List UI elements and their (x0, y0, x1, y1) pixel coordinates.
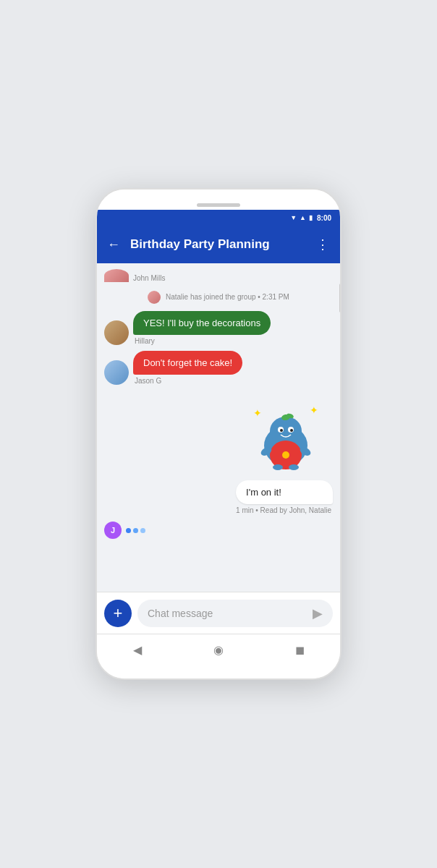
incoming-message-group: YES! I'll buy the decorations Hillary (104, 311, 333, 345)
chat-area: John Mills Natalie has joined the group … (97, 263, 340, 592)
typing-dot-3 (140, 528, 145, 533)
svg-point-6 (280, 429, 283, 432)
status-bar: ▼ ▲ ▮ 8:00 (97, 210, 340, 226)
outgoing-message-bubble: I'm on it! (236, 480, 333, 504)
volume-button (339, 284, 341, 312)
more-options-button[interactable]: ⋮ (312, 232, 334, 257)
typing-avatar-initial: J (111, 526, 115, 535)
typing-dots (126, 528, 145, 533)
time-display: 8:00 (317, 214, 331, 222)
bottom-bezel (97, 665, 340, 678)
hillary-message-bubble: YES! I'll buy the decorations (133, 311, 271, 335)
hillary-sender-name: Hillary (135, 337, 271, 345)
nav-recent-button[interactable]: ◼ (281, 639, 319, 661)
partial-avatar-row: John Mills (104, 269, 333, 284)
top-bezel (97, 190, 340, 210)
wifi-icon: ▼ (290, 214, 297, 221)
nav-back-button[interactable]: ◀ (119, 639, 156, 661)
nav-home-button[interactable]: ◉ (199, 639, 238, 661)
jason-sender-name: Jason G (135, 377, 242, 385)
svg-text:✦: ✦ (310, 404, 318, 416)
hillary-message-text: YES! I'll buy the decorations (143, 318, 260, 328)
incoming-message-group-2: Don't forget the cake! Jason G (104, 351, 333, 385)
outgoing-bubble-wrap: I'm on it! 1 min • Read by John, Natalie (236, 480, 333, 514)
avatar-hillary (104, 320, 129, 345)
bottom-navigation: ◀ ◉ ◼ (97, 634, 340, 665)
partial-sender-name: John Mills (133, 274, 165, 282)
svg-text:✦: ✦ (253, 407, 262, 419)
partial-avatar (104, 269, 129, 282)
jason-message-text: Don't forget the cake! (143, 357, 232, 368)
add-attachment-button[interactable]: + (104, 600, 132, 627)
outgoing-message-meta: 1 min • Read by John, Natalie (236, 506, 331, 514)
avatar-jason (104, 360, 129, 385)
chat-title: Birthday Party Planning (130, 237, 312, 252)
hillary-bubble-wrap: YES! I'll buy the decorations Hillary (133, 311, 271, 345)
svg-point-11 (282, 451, 289, 459)
typing-dot-2 (133, 528, 138, 533)
battery-icon: ▮ (309, 214, 313, 221)
jason-bubble-wrap: Don't forget the cake! Jason G (133, 351, 242, 385)
chat-message-input[interactable]: Chat message (148, 608, 313, 619)
system-message-text: Natalie has joined the group • 2:31 PM (166, 293, 289, 301)
speaker-grille (197, 203, 240, 207)
svg-point-14 (273, 464, 283, 470)
outgoing-message-group: I'm on it! 1 min • Read by John, Natalie (104, 480, 333, 514)
typing-dot-1 (126, 528, 131, 533)
svg-point-15 (289, 464, 299, 470)
signal-icon: ▲ (300, 214, 306, 221)
outgoing-message-text: I'm on it! (246, 487, 281, 498)
sticker: ✦ ✦ (246, 393, 326, 473)
send-button[interactable]: ▶ (313, 605, 323, 621)
jason-message-bubble: Don't forget the cake! (133, 351, 242, 375)
phone-shell: ▼ ▲ ▮ 8:00 ← Birthday Party Planning ⋮ J… (96, 188, 341, 680)
input-bar: + Chat message ▶ (97, 592, 340, 634)
back-button[interactable]: ← (103, 233, 124, 257)
typing-avatar: J (104, 522, 122, 539)
svg-point-7 (290, 429, 293, 432)
sticker-area: ✦ ✦ (104, 393, 333, 473)
typing-indicator: J (104, 519, 333, 542)
app-bar: ← Birthday Party Planning ⋮ (97, 226, 340, 263)
chat-input-wrap: Chat message ▶ (137, 600, 333, 627)
status-icons: ▼ ▲ ▮ 8:00 (290, 214, 331, 222)
system-message: Natalie has joined the group • 2:31 PM (104, 291, 333, 304)
